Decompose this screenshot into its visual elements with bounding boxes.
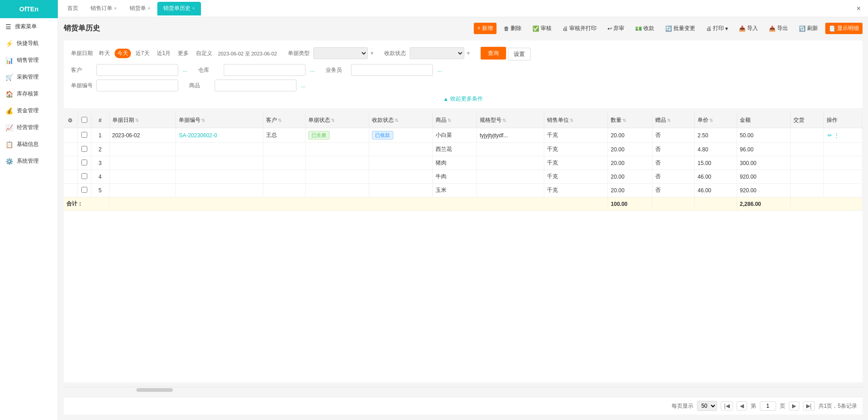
sidebar-item-ops-mgmt[interactable]: 📈 经营管理	[0, 119, 58, 136]
sidebar-item-search-menu[interactable]: ☰ 搜索菜单	[0, 18, 58, 35]
date-tab-group: 昨天 今天 近7天 近1月 更多 自定义	[96, 49, 215, 58]
col-doc-no[interactable]: 单据编号⇅	[176, 113, 263, 128]
row-trade	[790, 170, 823, 184]
col-settings[interactable]: ⚙	[64, 113, 77, 128]
row-doc-status	[305, 170, 369, 184]
date-tab-more[interactable]: 更多	[175, 49, 191, 58]
col-gift[interactable]: 赠品⇅	[652, 113, 695, 128]
sidebar-item-finance-mgmt[interactable]: 💰 资金管理	[0, 102, 58, 119]
import-button[interactable]: 📥 导入	[735, 23, 762, 34]
warehouse-filter-field: 仓库 ...	[198, 64, 315, 76]
col-customer[interactable]: 客户⇅	[263, 113, 306, 128]
horizontal-scrollbar[interactable]	[64, 387, 863, 392]
row-check[interactable]	[77, 156, 91, 170]
col-doc-date[interactable]: 单据日期⇅	[109, 113, 176, 128]
row-price: 46.00	[695, 184, 737, 197]
row-doc-no[interactable]: SA-20230602-0	[176, 128, 263, 143]
col-check	[77, 113, 91, 128]
col-unit[interactable]: 销售单位⇅	[544, 113, 608, 128]
prev-page-btn[interactable]: ◀	[737, 401, 747, 410]
per-page-select[interactable]: 50	[697, 401, 717, 411]
batch-change-button[interactable]: 🔄 批量变更	[662, 23, 699, 34]
row-check[interactable]	[77, 143, 91, 156]
window-close-button[interactable]: ×	[853, 5, 864, 13]
last-page-btn[interactable]: ▶|	[803, 401, 815, 410]
col-collection-status[interactable]: 收款状态⇅	[369, 113, 433, 128]
refresh-button[interactable]: 🔃 刷新	[795, 23, 822, 34]
row-gift: 否	[652, 170, 695, 184]
row-doc-no[interactable]	[176, 156, 263, 170]
review-print-button[interactable]: 🖨 审核并打印	[559, 23, 600, 34]
collapse-filter-btn[interactable]: ▲ 收起更多条件	[71, 95, 855, 103]
docno-input[interactable]	[96, 80, 178, 91]
col-price[interactable]: 单价⇅	[695, 113, 737, 128]
row-check[interactable]	[77, 170, 91, 184]
new-button[interactable]: + 新增	[474, 23, 497, 34]
row-goods: 牛肉	[433, 170, 477, 184]
first-page-btn[interactable]: |◀	[721, 401, 733, 410]
date-tab-7days[interactable]: 近7天	[133, 49, 152, 58]
row-collection-status: 已收款	[369, 128, 433, 143]
customer-picker-btn[interactable]: ...	[183, 67, 187, 73]
next-page-btn[interactable]: ▶	[789, 401, 799, 410]
salesperson-picker-btn[interactable]: ...	[437, 67, 442, 73]
sidebar-item-purchase-mgmt[interactable]: 🛒 采购管理	[0, 69, 58, 85]
warehouse-picker-btn[interactable]: ...	[310, 67, 315, 73]
scrollbar-thumb[interactable]	[136, 388, 173, 392]
more-btn[interactable]: ⋮	[834, 132, 839, 139]
tab-sales-history[interactable]: 销货单历史 ×	[157, 2, 201, 15]
sidebar-item-sales-mgmt[interactable]: 📊 销售管理	[0, 52, 58, 69]
review-button[interactable]: ✅ 审核	[529, 23, 555, 34]
select-all-checkbox[interactable]	[81, 117, 87, 123]
date-tab-1month[interactable]: 近1月	[154, 49, 174, 58]
query-button[interactable]: 查询	[481, 47, 506, 60]
date-tab-yesterday[interactable]: 昨天	[96, 49, 113, 58]
customer-input[interactable]	[96, 64, 178, 76]
sidebar-item-basic-info[interactable]: 📋 基础信息	[0, 136, 58, 153]
row-checkbox[interactable]	[81, 146, 87, 152]
col-doc-status[interactable]: 单据状态⇅	[305, 113, 369, 128]
collect-button[interactable]: 💵 收款	[632, 23, 658, 34]
page-number-input[interactable]	[760, 401, 776, 410]
sidebar-item-sys-mgmt[interactable]: ⚙️ 系统管理	[0, 153, 58, 170]
print-button[interactable]: 🖨 打印 ▾	[702, 23, 732, 34]
salesperson-input[interactable]	[351, 64, 433, 76]
row-doc-no[interactable]	[176, 143, 263, 156]
row-check[interactable]	[77, 184, 91, 197]
abandon-button[interactable]: ↩ 弃审	[604, 23, 628, 34]
tab-home[interactable]: 首页	[62, 2, 84, 15]
collection-status-select[interactable]	[410, 47, 464, 59]
set-button[interactable]: 设置	[508, 48, 531, 60]
goods-picker-btn[interactable]: ...	[301, 82, 306, 89]
show-detail-button[interactable]: 📑 显示明细	[825, 23, 863, 34]
tab-sales-order[interactable]: 销售订单 ×	[85, 2, 123, 15]
row-checkbox[interactable]	[81, 187, 87, 193]
row-customer	[263, 170, 306, 184]
export-button[interactable]: 📤 导出	[765, 23, 792, 34]
row-checkbox[interactable]	[81, 160, 87, 165]
row-checkbox[interactable]	[81, 132, 87, 138]
col-spec[interactable]: 规格型号⇅	[477, 113, 544, 128]
tab-sales-goods-close[interactable]: ×	[148, 6, 151, 11]
row-qty: 20.00	[608, 184, 652, 197]
row-doc-no[interactable]	[176, 184, 263, 197]
delete-button[interactable]: 🗑 删除	[500, 23, 525, 34]
goods-input[interactable]	[215, 80, 296, 91]
col-goods[interactable]: 商品⇅	[433, 113, 477, 128]
date-tab-custom[interactable]: 自定义	[193, 49, 215, 58]
sidebar-item-inventory-calc[interactable]: 🏠 库存核算	[0, 85, 58, 102]
row-actions	[824, 184, 863, 197]
row-checkbox[interactable]	[81, 173, 87, 179]
col-qty[interactable]: 数量⇅	[608, 113, 652, 128]
tab-sales-order-close[interactable]: ×	[114, 6, 117, 11]
doc-type-select[interactable]	[313, 47, 368, 59]
filter-action-btns: 查询 设置	[481, 46, 531, 60]
edit-btn[interactable]: ✏	[828, 132, 832, 139]
row-check[interactable]	[77, 128, 91, 143]
warehouse-input[interactable]	[224, 64, 306, 76]
tab-sales-history-close[interactable]: ×	[192, 6, 195, 11]
row-doc-no[interactable]	[176, 170, 263, 184]
sidebar-item-quick-nav[interactable]: ⚡ 快捷导航	[0, 35, 58, 52]
tab-sales-goods[interactable]: 销货单 ×	[124, 2, 156, 15]
date-tab-today[interactable]: 今天	[115, 49, 131, 58]
